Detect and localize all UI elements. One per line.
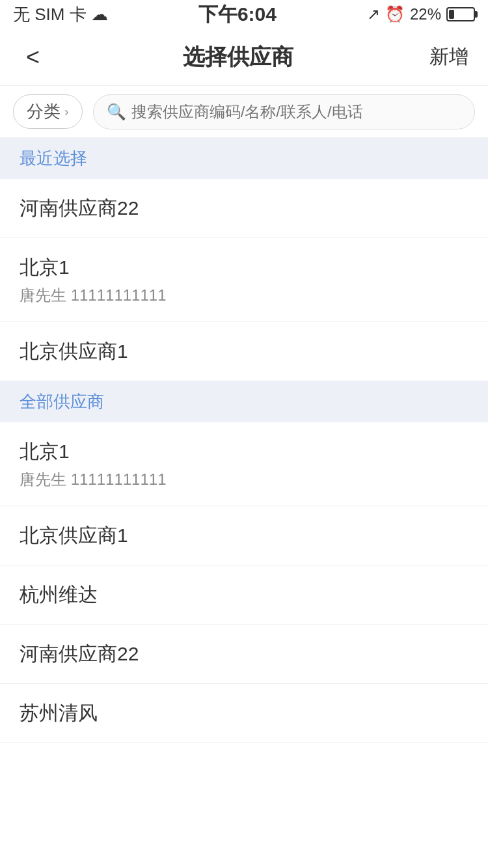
alarm-icon: ⏰ bbox=[385, 5, 405, 23]
item-name: 河南供应商22 bbox=[20, 640, 468, 668]
filter-bar: 分类 › 🔍 bbox=[0, 86, 488, 138]
search-input[interactable] bbox=[131, 103, 461, 121]
status-time: 下午6:04 bbox=[198, 1, 277, 28]
recent-list: 河南供应商22 北京1 唐先生 11111111111 北京供应商1 bbox=[0, 179, 488, 381]
list-item[interactable]: 杭州维达 bbox=[0, 565, 488, 625]
item-name: 河南供应商22 bbox=[20, 195, 468, 222]
status-left: 无 SIM 卡 ☁ bbox=[13, 3, 108, 26]
add-button[interactable]: 新增 bbox=[429, 44, 468, 70]
battery-icon bbox=[446, 7, 475, 21]
list-item[interactable]: 北京供应商1 bbox=[0, 506, 488, 565]
search-box[interactable]: 🔍 bbox=[93, 94, 475, 129]
back-button[interactable]: < bbox=[20, 37, 46, 77]
list-item[interactable]: 北京供应商1 bbox=[0, 322, 488, 381]
location-icon: ↗ bbox=[367, 5, 380, 23]
item-sub: 唐先生 11111111111 bbox=[20, 285, 468, 306]
list-item[interactable]: 北京1 唐先生 11111111111 bbox=[0, 422, 488, 506]
recent-section-header: 最近选择 bbox=[0, 138, 488, 179]
all-section-header: 全部供应商 bbox=[0, 381, 488, 422]
list-item[interactable]: 河南供应商22 bbox=[0, 179, 488, 238]
item-name: 北京供应商1 bbox=[20, 338, 468, 365]
all-list: 北京1 唐先生 11111111111 北京供应商1 杭州维达 河南供应商22 … bbox=[0, 422, 488, 743]
category-label: 分类 bbox=[27, 100, 61, 123]
list-item[interactable]: 苏州清风 bbox=[0, 684, 488, 743]
status-bar: 无 SIM 卡 ☁ 下午6:04 ↗ ⏰ 22% bbox=[0, 0, 488, 29]
category-button[interactable]: 分类 › bbox=[13, 94, 83, 129]
battery-percent: 22% bbox=[410, 5, 441, 23]
list-item[interactable]: 河南供应商22 bbox=[0, 625, 488, 684]
item-name: 杭州维达 bbox=[20, 581, 468, 608]
item-name: 北京1 bbox=[20, 438, 468, 465]
item-sub: 唐先生 11111111111 bbox=[20, 469, 468, 490]
status-right: ↗ ⏰ 22% bbox=[367, 5, 475, 23]
page-title: 选择供应商 bbox=[183, 42, 293, 72]
nav-bar: < 选择供应商 新增 bbox=[0, 29, 488, 86]
chevron-right-icon: › bbox=[64, 104, 69, 119]
sim-label: 无 SIM 卡 ☁ bbox=[13, 3, 108, 26]
list-item[interactable]: 北京1 唐先生 11111111111 bbox=[0, 238, 488, 322]
search-icon: 🔍 bbox=[107, 103, 126, 121]
item-name: 北京供应商1 bbox=[20, 522, 468, 549]
item-name: 苏州清风 bbox=[20, 699, 468, 727]
item-name: 北京1 bbox=[20, 254, 468, 281]
